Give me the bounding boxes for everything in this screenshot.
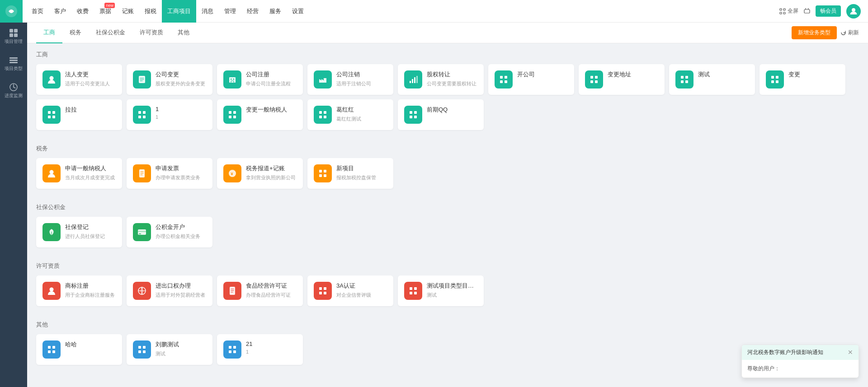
nav-item-manage[interactable]: 管理 bbox=[219, 0, 241, 23]
notif-close[interactable]: ✕ bbox=[848, 349, 853, 356]
nav-item-tax[interactable]: 报税 bbox=[139, 0, 162, 23]
svg-rect-49 bbox=[233, 111, 236, 114]
tab-license[interactable]: 许可资质 bbox=[132, 23, 170, 43]
tab-other[interactable]: 其他 bbox=[170, 23, 197, 43]
card-lala[interactable]: 拉拉 bbox=[36, 99, 122, 130]
card-one[interactable]: 11 bbox=[127, 99, 212, 130]
card-info-test: 测试 bbox=[698, 70, 749, 80]
logo[interactable] bbox=[0, 0, 23, 23]
nav-item-tickets[interactable]: 票据new bbox=[94, 0, 117, 23]
tab-industry[interactable]: 工商 bbox=[36, 23, 62, 43]
card-company-register[interactable]: 公司注册申请公司注册全流程 bbox=[217, 64, 303, 95]
card-icon-import-export bbox=[133, 282, 151, 300]
card-title-trademark: 商标注册 bbox=[65, 282, 116, 290]
card-change-taxpayer[interactable]: 变更一般纳税人 bbox=[217, 99, 303, 130]
card-twenty-one[interactable]: 211 bbox=[217, 334, 303, 365]
notif-body-text: 尊敬的用户： bbox=[747, 365, 780, 372]
card-title-change: 变更 bbox=[788, 70, 839, 79]
nav-item-billing[interactable]: 收费 bbox=[71, 0, 94, 23]
svg-rect-75 bbox=[324, 287, 326, 290]
card-desc-tax-report-accounting: 拿到营业执照的新公司 bbox=[246, 174, 297, 181]
card-title-company-register: 公司注册 bbox=[246, 70, 297, 79]
card-legal-change[interactable]: 法人变更适用于公司变更法人 bbox=[36, 64, 122, 95]
nav-item-operations[interactable]: 经营 bbox=[241, 0, 264, 23]
card-change-address[interactable]: 变更地址 bbox=[579, 64, 665, 95]
card-social-register[interactable]: 社保登记进行人员社保登记 bbox=[36, 217, 122, 247]
sidebar-label-project-manage: 项目管理 bbox=[5, 39, 23, 44]
svg-rect-65 bbox=[324, 170, 326, 173]
sidebar-item-project-type[interactable]: 项目类型 bbox=[3, 50, 24, 77]
card-info-apply-invoice: 申请发票办理申请发票类业务 bbox=[156, 164, 206, 181]
card-test-type[interactable]: 测试项目类型目定义测试 bbox=[398, 275, 484, 306]
sidebar-item-project-manage[interactable]: 项目管理 bbox=[3, 23, 24, 50]
avatar[interactable] bbox=[846, 4, 861, 19]
nav-item-accounting[interactable]: 记账 bbox=[117, 0, 139, 23]
svg-rect-69 bbox=[138, 231, 146, 232]
card-title-test: 测试 bbox=[698, 70, 749, 79]
card-title-change-address: 变更地址 bbox=[608, 70, 658, 79]
card-import-export[interactable]: 进出口权办理适用于对外贸易经营者 bbox=[127, 275, 212, 306]
tab-social[interactable]: 社保公积金 bbox=[89, 23, 132, 43]
svg-rect-21 bbox=[412, 79, 413, 83]
nav-item-home[interactable]: 首页 bbox=[26, 0, 49, 23]
svg-rect-50 bbox=[229, 116, 231, 118]
svg-rect-30 bbox=[590, 80, 593, 83]
card-tax-report-accounting[interactable]: ¥税务报道+记账拿到营业执照的新公司 bbox=[217, 158, 303, 189]
svg-rect-20 bbox=[410, 81, 411, 83]
card-trademark[interactable]: 商标注册用于企业商标注册服务 bbox=[36, 275, 122, 306]
svg-rect-90 bbox=[229, 346, 231, 349]
svg-rect-76 bbox=[319, 292, 322, 294]
svg-rect-36 bbox=[771, 76, 774, 79]
card-icon-apply-invoice bbox=[133, 164, 151, 182]
svg-rect-3 bbox=[780, 12, 782, 14]
svg-rect-22 bbox=[414, 77, 415, 83]
sidebar-label-project-type: 项目类型 bbox=[5, 66, 23, 71]
card-equity-transfer[interactable]: 股权转让公司变更需要股权转让 bbox=[398, 64, 484, 95]
card-haha[interactable]: 哈哈 bbox=[36, 334, 122, 365]
card-fund-account[interactable]: 公积金开户办理公积金相关业务 bbox=[127, 217, 212, 247]
nav-item-settings[interactable]: 设置 bbox=[287, 0, 309, 23]
svg-rect-81 bbox=[414, 292, 417, 294]
card-open-company[interactable]: 开公司 bbox=[488, 64, 574, 95]
card-title-import-export: 进出口权办理 bbox=[156, 282, 206, 290]
card-icon-liupeng-test bbox=[133, 340, 151, 359]
card-title-lala: 拉拉 bbox=[65, 106, 116, 114]
card-liupeng-test[interactable]: 刘鹏测试测试 bbox=[127, 334, 212, 365]
svg-rect-56 bbox=[410, 111, 412, 114]
svg-rect-40 bbox=[48, 111, 51, 114]
tab-tax[interactable]: 税务 bbox=[62, 23, 89, 43]
nav-item-messages[interactable]: 消息 bbox=[196, 0, 219, 23]
svg-rect-93 bbox=[233, 350, 236, 353]
card-new-project[interactable]: 新项目报税加税控盘保管 bbox=[307, 158, 393, 189]
card-food-license[interactable]: 食品经营许可证办理食品经营许可证 bbox=[217, 275, 303, 306]
card-company-change[interactable]: 公司变更股权变更外的业务变更 bbox=[127, 64, 212, 95]
nav-item-service[interactable]: 服务 bbox=[264, 0, 287, 23]
card-change[interactable]: 变更 bbox=[760, 64, 845, 95]
card-icon-gehonghong bbox=[314, 106, 332, 124]
svg-rect-8 bbox=[14, 29, 18, 33]
new-type-button[interactable]: 新增业务类型 bbox=[792, 26, 837, 39]
svg-rect-70 bbox=[139, 233, 141, 234]
nav-item-industry[interactable]: 工商项目 bbox=[162, 0, 196, 23]
fullscreen-btn[interactable]: 全屏 bbox=[779, 7, 798, 15]
card-early-qq[interactable]: 前期QQ bbox=[398, 99, 484, 130]
card-3a-cert[interactable]: 3A认证对企业信誉评级 bbox=[307, 275, 393, 306]
sidebar-item-progress-monitor[interactable]: 进度监测 bbox=[3, 77, 24, 104]
card-apply-taxpayer[interactable]: 申请一般纳税人当月或次月成变更完成 bbox=[36, 158, 122, 189]
card-company-cancel[interactable]: 公司注销适用于注销公司 bbox=[307, 64, 393, 95]
card-title-new-project: 新项目 bbox=[336, 164, 387, 173]
nav-item-customer[interactable]: 客户 bbox=[49, 0, 71, 23]
member-btn[interactable]: 畅会员 bbox=[816, 5, 841, 17]
refresh-button[interactable]: 刷新 bbox=[840, 29, 859, 37]
card-apply-invoice[interactable]: 申请发票办理申请发票类业务 bbox=[127, 158, 212, 189]
card-test[interactable]: 测试 bbox=[669, 64, 755, 95]
card-icon-new-project bbox=[314, 164, 332, 182]
card-info-social-register: 社保登记进行人员社保登记 bbox=[65, 223, 116, 240]
page-content: 工商税务社保公积金许可资质其他 新增业务类型 刷新 工商法人变更适用于公司变更法… bbox=[27, 23, 868, 387]
section-social-section: 社保公积金社保登记进行人员社保登记公积金开户办理公积金相关业务 bbox=[27, 196, 868, 255]
svg-rect-11 bbox=[9, 57, 18, 59]
card-title-social-register: 社保登记 bbox=[65, 223, 116, 231]
card-icon-tax-report-accounting: ¥ bbox=[223, 164, 241, 182]
card-desc-equity-transfer: 公司变更需要股权转让 bbox=[427, 80, 477, 87]
card-gehonghong[interactable]: 葛红红葛红红测试 bbox=[307, 99, 393, 130]
